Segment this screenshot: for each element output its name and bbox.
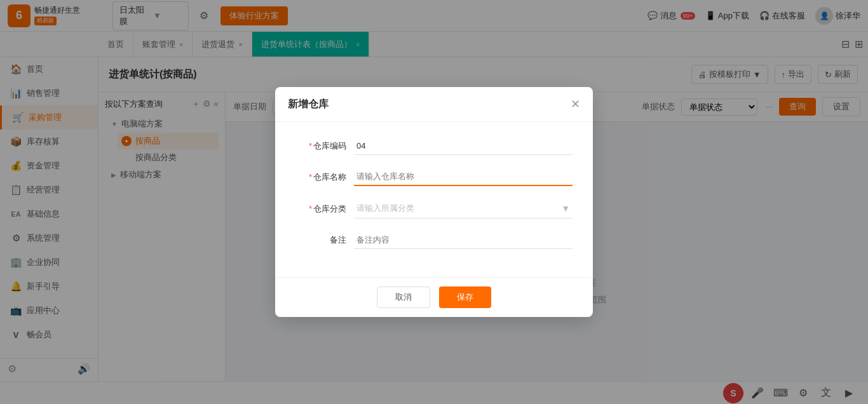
- category-placeholder: 请输入所属分类: [356, 203, 561, 214]
- warehouse-code-input[interactable]: [354, 137, 573, 155]
- warehouse-name-input[interactable]: [354, 168, 573, 186]
- warehouse-name-row: 仓库名称: [295, 168, 573, 186]
- category-dropdown-arrow: ▼: [561, 203, 570, 213]
- warehouse-category-label: 仓库分类: [295, 203, 346, 215]
- warehouse-category-row: 仓库分类 请输入所属分类 ▼: [295, 199, 573, 219]
- warehouse-code-label: 仓库编码: [295, 140, 346, 152]
- dialog-body: 仓库编码 仓库名称 仓库分类 请输入所属分类 ▼ 备注: [275, 122, 593, 277]
- dialog-close-button[interactable]: ✕: [571, 97, 580, 111]
- warehouse-category-select[interactable]: 请输入所属分类 ▼: [354, 199, 573, 219]
- warehouse-remark-row: 备注: [295, 231, 573, 249]
- dialog-overlay: 新增仓库 ✕ 仓库编码 仓库名称 仓库分类 请输入所属分类 ▼: [0, 0, 868, 404]
- warehouse-remark-input[interactable]: [354, 231, 573, 249]
- dialog-footer: 取消 保存: [275, 277, 593, 317]
- new-warehouse-dialog: 新增仓库 ✕ 仓库编码 仓库名称 仓库分类 请输入所属分类 ▼: [275, 87, 593, 317]
- dialog-header: 新增仓库 ✕: [275, 87, 593, 122]
- save-button[interactable]: 保存: [439, 286, 491, 308]
- warehouse-name-label: 仓库名称: [295, 172, 346, 183]
- dialog-title: 新增仓库: [288, 98, 571, 111]
- cancel-button[interactable]: 取消: [377, 286, 430, 308]
- warehouse-remark-label: 备注: [295, 234, 346, 246]
- warehouse-code-row: 仓库编码: [295, 137, 573, 155]
